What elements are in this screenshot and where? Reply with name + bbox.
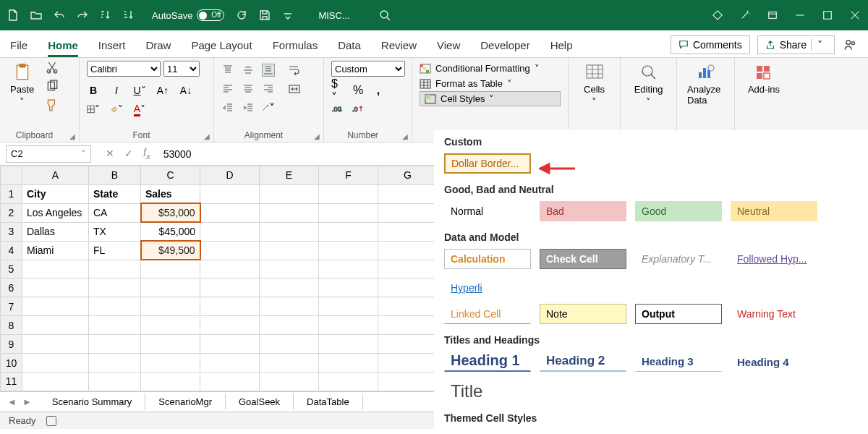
cell[interactable] — [378, 354, 438, 373]
cell[interactable] — [260, 241, 319, 260]
cell[interactable]: $53,000 — [141, 203, 200, 222]
paste-button[interactable]: Paste ˅ — [7, 61, 37, 111]
save-icon[interactable] — [259, 9, 271, 21]
sheet-next-icon[interactable]: ► — [22, 396, 32, 407]
enter-formula-icon[interactable]: ✓ — [124, 148, 133, 159]
cell[interactable] — [378, 241, 438, 260]
cell[interactable] — [260, 372, 319, 391]
cell[interactable]: Los Angeles — [22, 203, 89, 222]
decrease-decimal-icon[interactable]: .0 — [352, 103, 365, 116]
copy-icon[interactable] — [46, 80, 59, 93]
row-header[interactable]: 7 — [1, 297, 22, 316]
autosave-toggle[interactable]: AutoSave Off — [152, 9, 224, 21]
refresh-icon[interactable] — [236, 9, 247, 21]
font-color-button[interactable]: A˅ — [133, 103, 146, 116]
style-note[interactable]: Note — [540, 304, 626, 324]
tab-insert[interactable]: Insert — [98, 33, 126, 57]
cell[interactable] — [141, 297, 200, 316]
increase-indent-icon[interactable] — [242, 101, 255, 114]
tab-review[interactable]: Review — [381, 33, 417, 57]
cut-icon[interactable] — [46, 61, 59, 74]
cell[interactable] — [89, 297, 141, 316]
align-right-icon[interactable] — [262, 82, 275, 95]
cell[interactable] — [378, 184, 438, 203]
row-header[interactable]: 4 — [1, 241, 22, 260]
cell[interactable] — [319, 335, 378, 354]
diamond-icon[interactable] — [712, 9, 723, 21]
cell[interactable] — [378, 278, 438, 297]
tab-file[interactable]: File — [10, 33, 27, 57]
share-button[interactable]: Share ˅ — [757, 35, 835, 54]
col-header-A[interactable]: A — [22, 166, 89, 185]
percent-icon[interactable]: % — [352, 84, 365, 97]
style-heading-2[interactable]: Heading 2 — [540, 352, 626, 372]
cell[interactable] — [89, 278, 141, 297]
conditional-formatting-button[interactable]: Conditional Formatting ˅ — [420, 61, 561, 76]
row-header[interactable]: 6 — [1, 278, 22, 297]
style-normal[interactable]: Normal — [444, 201, 531, 221]
cell[interactable] — [141, 316, 200, 335]
new-file-icon[interactable] — [7, 9, 19, 21]
account-icon[interactable] — [842, 37, 858, 53]
style-explanatory[interactable]: Explanatory T... — [635, 249, 722, 269]
cell[interactable] — [22, 278, 89, 297]
merge-center-icon[interactable] — [288, 82, 301, 95]
cell[interactable] — [200, 278, 260, 297]
select-all-corner[interactable] — [1, 166, 22, 185]
decrease-indent-icon[interactable] — [221, 101, 234, 114]
cell[interactable] — [22, 372, 89, 391]
cell[interactable] — [378, 372, 438, 391]
cell[interactable] — [260, 278, 319, 297]
row-header[interactable]: 11 — [1, 372, 22, 391]
cell[interactable] — [319, 184, 378, 203]
minimize-icon[interactable] — [794, 9, 806, 21]
cell[interactable] — [200, 372, 260, 391]
fill-color-button[interactable]: ˅ — [110, 103, 123, 116]
style-warning-text[interactable]: Warning Text — [731, 304, 817, 324]
sheet-tab[interactable]: GoalSeek — [226, 393, 294, 410]
currency-icon[interactable]: $ ˅ — [331, 84, 344, 97]
row-header[interactable]: 8 — [1, 316, 22, 335]
cell[interactable] — [200, 203, 260, 222]
tab-view[interactable]: View — [437, 33, 460, 57]
align-left-icon[interactable] — [221, 82, 234, 95]
style-heading-1[interactable]: Heading 1 — [444, 352, 531, 372]
align-bottom-icon[interactable] — [262, 64, 275, 77]
align-center-icon[interactable] — [242, 82, 255, 95]
row-header[interactable]: 10 — [1, 354, 22, 373]
row-header[interactable]: 5 — [1, 260, 22, 278]
style-hyperlink[interactable]: Hyperli — [444, 278, 488, 298]
cell[interactable]: State — [89, 184, 141, 203]
cell[interactable] — [22, 297, 89, 316]
tab-home[interactable]: Home — [48, 33, 78, 57]
cell[interactable] — [319, 241, 378, 260]
window-mode-icon[interactable] — [767, 9, 778, 21]
row-header[interactable]: 3 — [1, 222, 22, 241]
cell[interactable] — [260, 335, 319, 354]
cell[interactable] — [319, 203, 378, 222]
style-linked-cell[interactable]: Linked Cell — [444, 304, 531, 324]
editing-button[interactable]: Editing˅ — [631, 61, 666, 109]
tab-pagelayout[interactable]: Page Layout — [191, 33, 252, 57]
cell[interactable]: $49,500 — [141, 241, 200, 260]
tab-developer[interactable]: Developer — [480, 33, 529, 57]
row-header[interactable]: 2 — [1, 203, 22, 222]
cell[interactable] — [141, 372, 200, 391]
sheet-prev-icon[interactable]: ◄ — [7, 396, 17, 407]
bold-button[interactable]: B — [87, 84, 100, 97]
close-icon[interactable] — [849, 9, 861, 21]
cell[interactable] — [378, 316, 438, 335]
orientation-icon[interactable]: ˅ — [262, 101, 275, 114]
cell[interactable] — [89, 335, 141, 354]
comma-icon[interactable]: , — [372, 84, 385, 97]
cell[interactable] — [378, 335, 438, 354]
col-header-D[interactable]: D — [200, 166, 260, 185]
wrap-text-icon[interactable] — [288, 64, 301, 77]
style-title[interactable]: Title — [444, 380, 488, 402]
col-header-B[interactable]: B — [89, 166, 141, 185]
cell[interactable] — [141, 335, 200, 354]
style-check-cell[interactable]: Check Cell — [540, 249, 626, 269]
name-box[interactable]: C2˅ — [6, 145, 91, 163]
cell[interactable] — [141, 278, 200, 297]
redo-icon[interactable] — [77, 9, 88, 21]
